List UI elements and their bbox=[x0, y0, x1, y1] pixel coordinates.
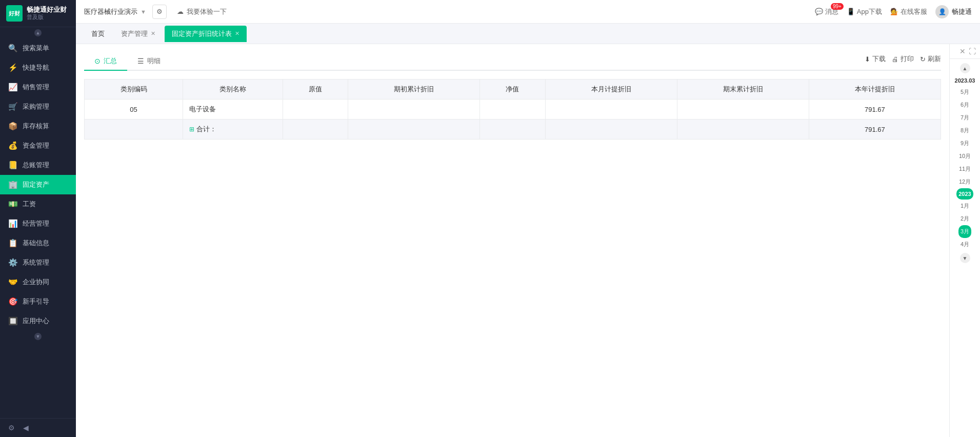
col-original: 原值 bbox=[283, 80, 348, 100]
timeline-scroll: ▲ 2023.03 5月 6月 7月 8月 9月 10月 bbox=[950, 59, 980, 437]
row-original bbox=[283, 100, 348, 120]
sidebar-item-basic-info[interactable]: 📋 基础信息 bbox=[0, 233, 76, 253]
settings-footer-icon[interactable]: ⚙ bbox=[8, 424, 15, 432]
tab-close-icon[interactable]: ✕ bbox=[151, 31, 155, 36]
ledger-icon: 📒 bbox=[8, 161, 17, 170]
sidebar-item-finance[interactable]: 💰 资金管理 bbox=[0, 136, 76, 155]
experience-icon: ☁ bbox=[177, 8, 184, 15]
col-annual-dep: 本年计提折旧 bbox=[809, 80, 941, 100]
print-button[interactable]: 🖨 打印 bbox=[892, 54, 914, 64]
sidebar-item-quick-nav[interactable]: ⚡ 快捷导航 bbox=[0, 58, 76, 77]
sidebar-item-label: 经营管理 bbox=[23, 219, 49, 228]
collapse-sidebar-icon[interactable]: ◀ bbox=[23, 424, 29, 432]
download-label: 下载 bbox=[872, 54, 886, 64]
subtab-detail-label: 明细 bbox=[147, 56, 161, 66]
sidebar: 好财 畅捷通好业财 普及版 ▲ 🔍 搜索菜单 ⚡ 快捷导航 📈 销售管理 🛒 采… bbox=[0, 0, 76, 437]
tab-asset-management[interactable]: 资产管理 ✕ bbox=[114, 26, 163, 42]
timeline-month-4[interactable]: 4月 bbox=[958, 238, 971, 251]
timeline-expand-icon[interactable]: ⛶ bbox=[969, 47, 976, 55]
timeline-year-label: 2023.03 bbox=[955, 75, 975, 86]
timeline-nav-up[interactable]: ▲ bbox=[960, 63, 970, 73]
inventory-icon: 📦 bbox=[8, 122, 17, 131]
tab-home[interactable]: 首页 bbox=[84, 26, 112, 42]
table-row: 05 电子设备 791.67 bbox=[85, 100, 941, 120]
subtab-bar: ⊙ 汇总 ☰ 明细 ⬇ 下载 🖨 打印 bbox=[84, 52, 941, 71]
sidebar-item-apps[interactable]: 🔲 应用中心 bbox=[0, 311, 76, 331]
tab-depreciation-label: 固定资产折旧统计表 bbox=[172, 29, 232, 38]
timeline-close-icon[interactable]: ✕ bbox=[959, 47, 966, 55]
timeline-month-7[interactable]: 7月 bbox=[958, 111, 971, 124]
month-5-label: 5月 bbox=[961, 88, 969, 96]
sidebar-item-cooperation[interactable]: 🤝 企业协同 bbox=[0, 272, 76, 292]
timeline-month-6[interactable]: 6月 bbox=[958, 98, 971, 111]
col-net-value: 净值 bbox=[480, 80, 545, 100]
user-menu[interactable]: 👤 畅捷通 bbox=[935, 5, 972, 18]
timeline-year-2023[interactable]: 2023 bbox=[956, 188, 973, 200]
timeline-month-12[interactable]: 12月 bbox=[957, 175, 973, 188]
timeline-month-9[interactable]: 9月 bbox=[958, 137, 971, 150]
sidebar-nav: ▲ 🔍 搜索菜单 ⚡ 快捷导航 📈 销售管理 🛒 采购管理 📦 库存核算 💰 资… bbox=[0, 27, 76, 418]
sales-icon: 📈 bbox=[8, 83, 17, 92]
total-annual: 791.67 bbox=[809, 120, 941, 140]
timeline-month-2[interactable]: 2月 bbox=[958, 212, 971, 225]
sidebar-item-search[interactable]: 🔍 搜索菜单 bbox=[0, 38, 76, 58]
refresh-label: 刷新 bbox=[928, 54, 941, 64]
sidebar-item-sales[interactable]: 📈 销售管理 bbox=[0, 77, 76, 97]
row-code: 05 bbox=[85, 100, 183, 120]
sidebar-footer: ⚙ ◀ bbox=[0, 418, 76, 437]
timeline-month-8[interactable]: 8月 bbox=[958, 124, 971, 137]
app-download-label: App下载 bbox=[857, 7, 882, 16]
message-button[interactable]: 💬 消息 99+ bbox=[815, 7, 838, 16]
sidebar-item-guide[interactable]: 🎯 新手引导 bbox=[0, 292, 76, 311]
sidebar-item-operations[interactable]: 📊 经营管理 bbox=[0, 214, 76, 233]
company-selector[interactable]: 医疗器械行业演示 ▼ bbox=[84, 7, 146, 16]
month-3-label: 3月 bbox=[961, 228, 969, 235]
message-icon: 💬 bbox=[815, 8, 823, 15]
depreciation-table-container: 类别编码 类别名称 原值 期初累计折旧 净值 本月计提折旧 期末累计折旧 本年计… bbox=[84, 79, 941, 429]
content-area: ⊙ 汇总 ☰ 明细 ⬇ 下载 🖨 打印 bbox=[76, 44, 980, 437]
timeline-month-10[interactable]: 10月 bbox=[957, 150, 973, 163]
timeline-month-3-active[interactable]: 3月 bbox=[958, 225, 971, 238]
experience-button[interactable]: ☁ 我要体验一下 bbox=[177, 7, 227, 16]
app-name: 畅捷通好业财 bbox=[27, 6, 67, 14]
timeline-month-5[interactable]: 5月 bbox=[958, 86, 971, 98]
app-download-button[interactable]: 📱 App下载 bbox=[847, 7, 882, 16]
system-icon: ⚙️ bbox=[8, 258, 17, 267]
avatar: 👤 bbox=[935, 5, 949, 18]
sidebar-item-label: 销售管理 bbox=[23, 83, 49, 92]
subtab-detail[interactable]: ☰ 明细 bbox=[127, 52, 171, 71]
row-monthly bbox=[545, 100, 677, 120]
month-11-label: 11月 bbox=[959, 165, 971, 173]
tab-close-active-icon[interactable]: ✕ bbox=[235, 31, 239, 36]
total-initial-dep bbox=[348, 120, 480, 140]
timeline-month-11[interactable]: 11月 bbox=[957, 163, 973, 175]
sidebar-item-inventory[interactable]: 📦 库存核算 bbox=[0, 116, 76, 136]
sidebar-header: 好财 畅捷通好业财 普及版 bbox=[0, 0, 76, 27]
purchase-icon: 🛒 bbox=[8, 102, 17, 111]
timeline-month-1[interactable]: 1月 bbox=[958, 200, 971, 212]
print-icon: 🖨 bbox=[892, 55, 898, 63]
sidebar-item-label: 总账管理 bbox=[23, 161, 49, 170]
subtabs: ⊙ 汇总 ☰ 明细 bbox=[84, 52, 171, 70]
settings-button[interactable]: ⚙ bbox=[152, 5, 167, 19]
download-button[interactable]: ⬇ 下载 bbox=[865, 54, 886, 64]
month-4-label: 4月 bbox=[961, 241, 969, 248]
operations-icon: 📊 bbox=[8, 219, 17, 228]
timeline-nav-down[interactable]: ▼ bbox=[960, 253, 970, 263]
online-support-button[interactable]: 💁 在线客服 bbox=[890, 7, 927, 16]
subtab-summary[interactable]: ⊙ 汇总 bbox=[84, 52, 127, 71]
sidebar-scroll-up[interactable]: ▲ bbox=[34, 29, 42, 36]
refresh-button[interactable]: ↻ 刷新 bbox=[920, 54, 941, 64]
sidebar-item-system[interactable]: ⚙️ 系统管理 bbox=[0, 253, 76, 272]
sidebar-item-purchase[interactable]: 🛒 采购管理 bbox=[0, 97, 76, 116]
row-name: 电子设备 bbox=[183, 100, 283, 120]
total-final bbox=[677, 120, 809, 140]
payroll-icon: 💵 bbox=[8, 200, 17, 209]
detail-icon: ☰ bbox=[137, 57, 144, 65]
sidebar-item-ledger[interactable]: 📒 总账管理 bbox=[0, 155, 76, 175]
total-net bbox=[480, 120, 545, 140]
tab-depreciation-report[interactable]: 固定资产折旧统计表 ✕ bbox=[165, 26, 247, 42]
sidebar-scroll-down[interactable]: ▼ bbox=[34, 333, 42, 340]
sidebar-item-payroll[interactable]: 💵 工资 bbox=[0, 194, 76, 214]
sidebar-item-fixed-assets[interactable]: 🏢 固定资产 bbox=[0, 175, 76, 194]
